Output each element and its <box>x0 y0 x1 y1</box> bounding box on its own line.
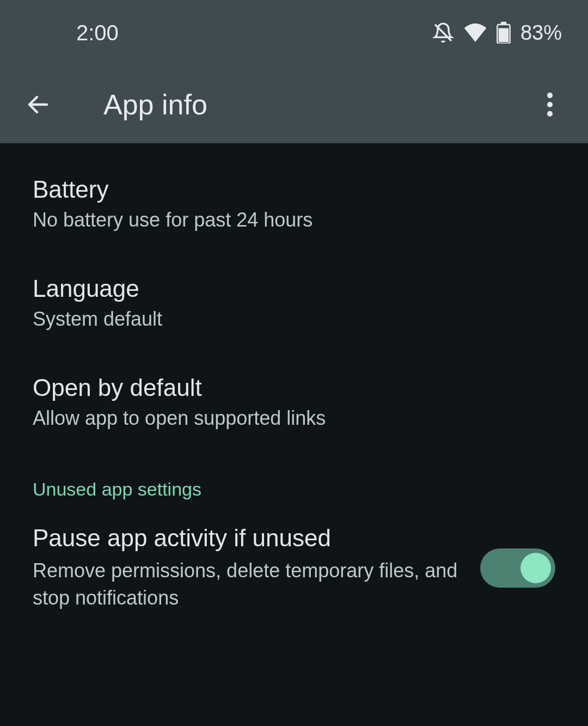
item-title: Language <box>33 275 555 302</box>
item-subtitle: Remove permissions, delete temporary fil… <box>33 557 458 612</box>
status-bar: 2:00 83% <box>0 0 588 65</box>
status-time: 2:00 <box>76 21 119 45</box>
item-title: Battery <box>33 176 555 203</box>
battery-icon <box>497 22 511 44</box>
section-header-unused: Unused app settings <box>0 452 588 505</box>
battery-percentage: 83% <box>520 21 562 45</box>
list-item-battery[interactable]: Battery No battery use for past 24 hours <box>0 154 588 253</box>
back-button[interactable] <box>22 88 54 121</box>
page-title: App info <box>103 88 534 121</box>
item-title: Pause app activity if unused <box>33 524 458 552</box>
more-vert-icon <box>547 93 553 117</box>
toggle-text: Pause app activity if unused Remove perm… <box>33 524 458 612</box>
svg-point-5 <box>547 93 553 98</box>
list-item-open-by-default[interactable]: Open by default Allow app to open suppor… <box>0 352 588 452</box>
item-subtitle: System default <box>33 308 555 331</box>
wifi-icon <box>464 23 487 42</box>
more-options-button[interactable] <box>534 88 566 121</box>
app-bar: App info <box>0 65 588 143</box>
svg-rect-3 <box>499 28 509 42</box>
item-title: Open by default <box>33 374 555 401</box>
status-right: 83% <box>432 21 562 45</box>
list-item-language[interactable]: Language System default <box>0 253 588 352</box>
svg-point-6 <box>547 101 553 107</box>
item-subtitle: No battery use for past 24 hours <box>33 209 555 231</box>
dnd-off-icon <box>432 22 454 44</box>
pause-app-toggle[interactable] <box>480 548 555 588</box>
switch-thumb <box>520 553 551 583</box>
item-subtitle: Allow app to open supported links <box>33 407 555 430</box>
svg-point-7 <box>547 111 553 116</box>
arrow-back-icon <box>25 91 51 118</box>
list-item-pause-app[interactable]: Pause app activity if unused Remove perm… <box>0 505 588 631</box>
settings-list: Battery No battery use for past 24 hours… <box>0 143 588 631</box>
